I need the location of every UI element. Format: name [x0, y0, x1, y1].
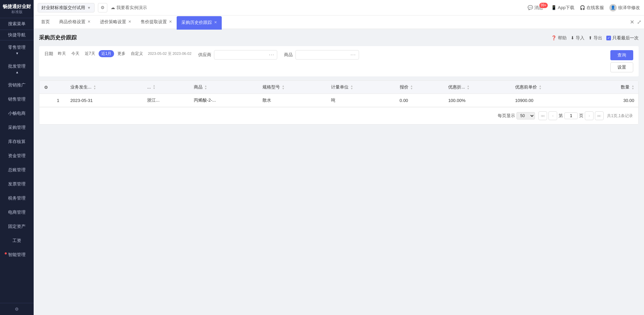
import-button[interactable]: ⬇ 导入 — [571, 35, 584, 41]
col-pre-price-label: 优惠前单价 — [515, 84, 537, 90]
col-spec-label: 规格型号 — [262, 84, 280, 90]
col-header-discount[interactable]: 优惠折... ▲▼ — [444, 81, 511, 94]
col-header-spec[interactable]: 规格型号 ▲▼ — [258, 81, 327, 94]
help-label: 帮助 — [558, 35, 567, 41]
import-icon: ⬇ — [571, 35, 574, 40]
sidebar-item-retail[interactable]: 零售管理 ▼ — [0, 40, 34, 59]
sidebar-item-wholesale[interactable]: 批发管理 ▲ — [0, 59, 34, 78]
goods-dots-button[interactable]: ··· — [350, 52, 356, 58]
date-btn-today[interactable]: 今天 — [69, 50, 81, 57]
page-number-input[interactable] — [564, 112, 578, 119]
supplier-dots-button[interactable]: ··· — [269, 52, 274, 58]
app-download-button[interactable]: 📱 App下载 — [551, 5, 574, 11]
row-spec-cell: 散水 — [258, 94, 327, 107]
date-btn-1month[interactable]: 近1月 — [99, 50, 114, 57]
tab-bar: 首页 商品价格设置 ✕ 进价策略设置 ✕ 售价提取设置 ✕ 采购历史价跟踪 ✕ … — [34, 15, 644, 29]
col-header-quantity[interactable]: 数量 ▲▼ — [589, 81, 638, 94]
quick-nav[interactable]: 快捷导航 — [0, 30, 34, 40]
table-header-row: ⚙ 业务发生... ▲▼ ... ▲▼ — [39, 81, 638, 94]
col-header-quote[interactable]: 报价 ▲▼ — [396, 81, 444, 94]
tab-purchase-history-close[interactable]: ✕ — [214, 20, 217, 25]
app-download-icon: 📱 — [551, 5, 557, 10]
sidebar-item-sales[interactable]: 销售管理 — [0, 92, 34, 106]
sidebar: 畅捷通好业财 标准版 搜索菜单 快捷导航 零售管理 ▼ 批发管理 ▲ 营销推广 … — [0, 0, 34, 315]
tab-purchase-history[interactable]: 采购历史价跟踪 ✕ — [177, 16, 222, 30]
tab-maximize-button[interactable]: ⤢ — [637, 19, 641, 25]
message-button[interactable]: 💬 消息 99+ — [525, 5, 546, 11]
sidebar-item-marketing[interactable]: 营销推广 — [0, 78, 34, 92]
page-next-button[interactable]: › — [585, 111, 594, 120]
sidebar-footer-settings[interactable]: ⚙ — [0, 303, 34, 315]
tab-close-all-button[interactable]: ✕ — [630, 19, 634, 25]
online-service-button[interactable]: 🎧 在线客服 — [580, 5, 604, 11]
sidebar-item-finance[interactable]: 资金管理 — [0, 149, 34, 163]
tab-purchase-strategy[interactable]: 进价策略设置 ✕ — [95, 15, 136, 29]
tab-purchase-strategy-close[interactable]: ✕ — [128, 20, 131, 24]
col-header-goods[interactable]: 商品 ▲▼ — [190, 81, 258, 94]
page-last-button[interactable]: ⏭ — [595, 111, 604, 120]
sort-icon: ▲▼ — [467, 85, 470, 90]
demo-link[interactable]: ☁ 我要看实例演示 — [111, 5, 147, 11]
gear-icon: ⚙ — [44, 85, 48, 90]
sidebar-item-salary[interactable]: 工资 — [0, 234, 34, 248]
sidebar-item-label: 智能管理 — [8, 252, 26, 258]
search-menu[interactable]: 搜索菜单 — [0, 18, 34, 30]
date-btn-custom[interactable]: 自定义 — [129, 50, 145, 57]
date-btn-7days[interactable]: 近7天 — [83, 50, 97, 57]
topbar-settings-button[interactable]: ⚙ — [98, 3, 107, 12]
search-menu-label: 搜索菜单 — [8, 21, 26, 26]
page-label: 第 — [559, 113, 563, 119]
sidebar-item-assets[interactable]: 固定资产 — [0, 219, 34, 234]
export-button[interactable]: ⬆ 导出 — [588, 35, 602, 41]
settings-button[interactable]: 设置 — [610, 62, 633, 72]
date-btn-yesterday[interactable]: 昨天 — [56, 50, 68, 57]
col-header-pre-price[interactable]: 优惠前单价 ▲▼ — [511, 81, 589, 94]
sidebar-item-tax[interactable]: 税务管理 — [0, 191, 34, 205]
only-last-checkbox[interactable]: ✓ — [606, 36, 611, 40]
tab-home[interactable]: 首页 — [36, 15, 55, 29]
tab-goods-price[interactable]: 商品价格设置 ✕ — [55, 15, 95, 29]
sidebar-item-label: 总账管理 — [8, 167, 26, 173]
date-filter-row: 日期 昨天 今天 近7天 近1月 更多 自定义 2023-05-02 至 202… — [44, 50, 191, 57]
row-quantity: 30.00 — [623, 98, 634, 103]
sidebar-item-smart[interactable]: 智能管理 — [0, 248, 34, 262]
version-selector[interactable]: 好业财标准版交付试用 ▼ — [38, 3, 95, 12]
row-quote: 0.00 — [400, 98, 408, 103]
sidebar-item-purchase[interactable]: 采购管理 — [0, 120, 34, 135]
goods-input[interactable] — [298, 53, 349, 57]
message-icon: 💬 — [528, 5, 533, 10]
row-num-cell: 1 — [53, 94, 66, 107]
user-label: 徐泽华修改 — [618, 5, 640, 11]
sidebar-item-ecommerce[interactable]: 电商管理 — [0, 205, 34, 219]
only-last-checkbox-label[interactable]: ✓ 只看最后一次 — [606, 35, 639, 41]
row-num: 1 — [57, 98, 59, 103]
tab-purchase-strategy-label: 进价策略设置 — [100, 19, 126, 25]
col-header-biz-date[interactable]: 业务发生... ▲▼ — [66, 81, 143, 94]
col-header-gear[interactable]: ⚙ — [39, 81, 53, 94]
sidebar-item-ecommerce-small[interactable]: 小畅电商 — [0, 106, 34, 120]
tab-sale-price[interactable]: 售价提取设置 ✕ — [136, 15, 177, 29]
sidebar-item-ledger[interactable]: 总账管理 — [0, 163, 34, 177]
page-first-button[interactable]: ⏮ — [538, 111, 547, 120]
sidebar-item-label: 采购管理 — [8, 125, 26, 131]
sidebar-item-invoice[interactable]: 发票管理 — [0, 177, 34, 191]
col-header-unit[interactable]: 计量单位 ▲▼ — [327, 81, 396, 94]
date-btn-more[interactable]: 更多 — [115, 50, 128, 57]
goods-input-wrapper: ··· — [295, 50, 359, 60]
tabs-controls: ✕ ⤢ — [630, 19, 641, 25]
supplier-input[interactable] — [217, 53, 267, 57]
col-header-more[interactable]: ... ▲▼ — [143, 81, 189, 94]
page-prev-button[interactable]: ‹ — [548, 111, 557, 120]
row-discount-cell: 100.00% — [444, 94, 511, 107]
page-header-actions: ❓ 帮助 ⬇ 导入 ⬆ 导出 ✓ 只看最后一次 — [551, 35, 639, 41]
per-page-select[interactable]: 10 20 50 100 — [516, 112, 535, 119]
sidebar-item-inventory[interactable]: 库存核算 — [0, 135, 34, 149]
tab-goods-price-close[interactable]: ✕ — [87, 20, 91, 24]
sidebar-item-label: 销售管理 — [8, 96, 26, 102]
pagination-area: 每页显示 10 20 50 100 ⏮ ‹ 第 页 › ⏭ — [39, 107, 638, 124]
demo-icon: ☁ — [111, 5, 115, 10]
tab-sale-price-close[interactable]: ✕ — [169, 20, 172, 24]
query-button[interactable]: 查询 — [610, 50, 633, 60]
help-button[interactable]: ❓ 帮助 — [551, 35, 567, 41]
user-profile-button[interactable]: 👤 徐泽华修改 — [609, 4, 640, 11]
